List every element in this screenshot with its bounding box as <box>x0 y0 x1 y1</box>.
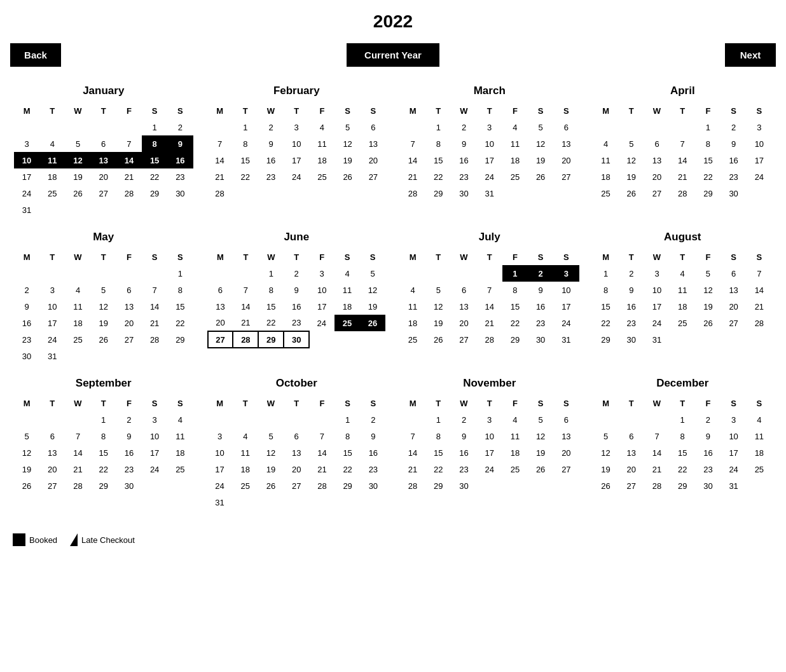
day-28[interactable]: 28 <box>309 477 334 494</box>
day-4[interactable]: 4 <box>502 411 528 428</box>
day-22[interactable]: 22 <box>91 461 116 477</box>
day-28[interactable]: 28 <box>644 477 670 494</box>
day-12[interactable]: 12 <box>619 152 644 168</box>
day-10[interactable]: 10 <box>309 282 334 298</box>
day-19[interactable]: 19 <box>335 152 361 168</box>
day-1[interactable]: 1 <box>91 411 116 428</box>
day-7[interactable]: 7 <box>142 282 167 298</box>
current-year-button[interactable]: Current Year <box>347 43 439 67</box>
day-8[interactable]: 8 <box>502 282 528 298</box>
day-8[interactable]: 8 <box>593 282 619 298</box>
day-1[interactable]: 1 <box>425 119 451 135</box>
day-15[interactable]: 15 <box>425 444 451 461</box>
day-11[interactable]: 11 <box>400 298 425 315</box>
day-21[interactable]: 21 <box>65 461 90 477</box>
day-27[interactable]: 27 <box>284 477 309 494</box>
day-9[interactable]: 9 <box>528 282 553 298</box>
day-2[interactable]: 2 <box>258 119 284 135</box>
day-30[interactable]: 30 <box>14 348 39 364</box>
day-19[interactable]: 19 <box>258 461 284 477</box>
day-23[interactable]: 23 <box>619 315 644 331</box>
day-4[interactable]: 4 <box>65 282 90 298</box>
day-17[interactable]: 17 <box>14 168 39 185</box>
day-17[interactable]: 17 <box>477 444 502 461</box>
day-1[interactable]: 1 <box>335 411 361 428</box>
next-button[interactable]: Next <box>725 43 776 67</box>
day-24[interactable]: 24 <box>477 461 502 477</box>
day-20[interactable]: 20 <box>116 315 142 331</box>
day-21[interactable]: 21 <box>644 461 670 477</box>
day-16[interactable]: 16 <box>695 444 721 461</box>
day-18[interactable]: 18 <box>39 168 65 185</box>
day-3[interactable]: 3 <box>207 428 233 444</box>
day-6[interactable]: 6 <box>39 428 65 444</box>
day-12[interactable]: 12 <box>695 282 721 298</box>
day-5[interactable]: 5 <box>65 135 90 152</box>
day-27[interactable]: 27 <box>361 168 386 185</box>
day-18[interactable]: 18 <box>309 152 334 168</box>
day-21[interactable]: 21 <box>142 315 167 331</box>
day-12[interactable]: 12 <box>425 298 451 315</box>
day-3[interactable]: 3 <box>14 135 39 152</box>
day-7[interactable]: 7 <box>309 428 334 444</box>
day-11[interactable]: 11 <box>309 135 334 152</box>
day-27[interactable]: 27 <box>553 168 579 185</box>
day-15[interactable]: 15 <box>167 298 193 315</box>
day-14[interactable]: 14 <box>142 298 167 315</box>
day-25[interactable]: 25 <box>747 461 772 477</box>
day-6[interactable]: 6 <box>208 282 233 298</box>
day-16[interactable]: 16 <box>167 152 193 168</box>
day-23[interactable]: 23 <box>721 168 747 185</box>
day-25[interactable]: 25 <box>593 185 619 202</box>
day-27[interactable]: 27 <box>644 185 670 202</box>
day-26[interactable]: 26 <box>258 477 284 494</box>
day-11[interactable]: 11 <box>233 444 258 461</box>
day-23[interactable]: 23 <box>451 168 476 185</box>
day-27[interactable]: 27 <box>208 331 233 348</box>
day-10[interactable]: 10 <box>477 428 502 444</box>
day-11[interactable]: 11 <box>39 152 65 168</box>
day-18[interactable]: 18 <box>502 152 528 168</box>
day-8[interactable]: 8 <box>233 135 258 152</box>
day-18[interactable]: 18 <box>670 298 695 315</box>
day-1[interactable]: 1 <box>502 265 528 282</box>
day-24[interactable]: 24 <box>284 168 309 185</box>
day-2[interactable]: 2 <box>721 119 747 135</box>
day-6[interactable]: 6 <box>451 282 476 298</box>
day-14[interactable]: 14 <box>207 152 233 168</box>
day-29[interactable]: 29 <box>695 185 721 202</box>
day-20[interactable]: 20 <box>451 315 476 331</box>
day-30[interactable]: 30 <box>284 331 309 348</box>
day-19[interactable]: 19 <box>360 298 385 315</box>
day-8[interactable]: 8 <box>695 135 721 152</box>
day-17[interactable]: 17 <box>207 461 233 477</box>
day-16[interactable]: 16 <box>14 315 39 331</box>
day-23[interactable]: 23 <box>528 315 553 331</box>
day-13[interactable]: 13 <box>39 444 65 461</box>
day-3[interactable]: 3 <box>39 282 65 298</box>
day-15[interactable]: 15 <box>670 444 695 461</box>
day-31[interactable]: 31 <box>644 331 670 348</box>
day-13[interactable]: 13 <box>284 444 309 461</box>
day-15[interactable]: 15 <box>425 152 451 168</box>
day-6[interactable]: 6 <box>553 119 579 135</box>
day-27[interactable]: 27 <box>619 477 644 494</box>
day-26[interactable]: 26 <box>593 477 619 494</box>
day-24[interactable]: 24 <box>309 315 334 331</box>
day-19[interactable]: 19 <box>91 315 116 331</box>
day-2[interactable]: 2 <box>451 411 476 428</box>
day-9[interactable]: 9 <box>361 428 386 444</box>
day-26[interactable]: 26 <box>91 331 116 348</box>
day-7[interactable]: 7 <box>644 428 670 444</box>
day-26[interactable]: 26 <box>65 185 90 202</box>
day-19[interactable]: 19 <box>619 168 644 185</box>
day-1[interactable]: 1 <box>258 265 284 282</box>
day-21[interactable]: 21 <box>116 168 142 185</box>
day-19[interactable]: 19 <box>593 461 619 477</box>
day-28[interactable]: 28 <box>747 315 772 331</box>
day-21[interactable]: 21 <box>747 298 772 315</box>
day-20[interactable]: 20 <box>39 461 65 477</box>
day-9[interactable]: 9 <box>284 282 309 298</box>
day-4[interactable]: 4 <box>334 265 360 282</box>
day-13[interactable]: 13 <box>208 298 233 315</box>
